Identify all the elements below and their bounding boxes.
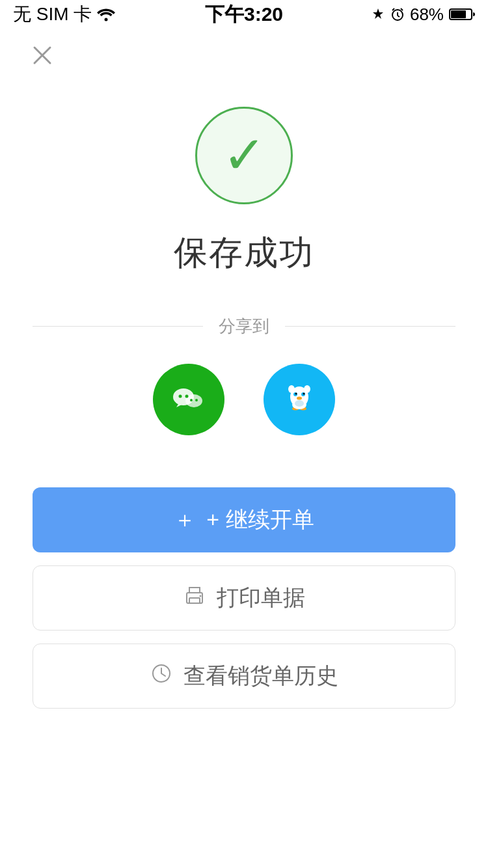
svg-point-0 [105,18,108,21]
print-label: 打印单据 [217,583,305,613]
svg-rect-7 [451,10,466,18]
svg-point-13 [185,395,189,398]
printer-icon [183,584,206,612]
history-icon [150,662,173,690]
buttons-section: ＋ + 继续开单 打印单据 查看销货单历 [0,487,488,709]
share-wechat-button[interactable] [153,364,224,435]
svg-point-26 [288,385,295,393]
checkmark-icon: ✓ [223,129,266,182]
close-icon [31,44,54,67]
svg-line-4 [392,8,394,10]
qq-logo-icon [278,379,320,420]
share-label: 分享到 [203,315,285,338]
divider-line-left [33,326,203,327]
status-bar: 无 SIM 卡 下午3:20 68% [0,0,488,29]
status-bar-left: 无 SIM 卡 [13,2,115,27]
status-bar-right: 68% [371,5,475,25]
history-button[interactable]: 查看销货单历史 [33,644,455,709]
svg-point-27 [304,385,310,393]
divider-line-right [285,326,455,327]
main-content: ✓ 保存成功 分享到 [0,29,488,709]
continue-label: + 继续开单 [206,505,314,535]
share-divider: 分享到 [0,315,488,338]
svg-rect-29 [189,598,200,603]
svg-point-15 [195,399,198,401]
share-icons [153,364,335,435]
history-label: 查看销货单历史 [183,661,338,691]
svg-point-12 [179,395,182,398]
plus-icon: ＋ [174,505,196,535]
status-bar-time: 下午3:20 [205,1,283,28]
svg-line-3 [398,16,400,17]
battery-icon [449,7,475,21]
success-title: 保存成功 [174,230,314,276]
alarm-icon [390,7,405,21]
svg-point-14 [190,399,193,401]
location-icon [371,7,385,21]
share-qq-button[interactable] [264,364,335,435]
success-circle: ✓ [195,107,293,204]
svg-point-30 [200,595,202,597]
continue-button[interactable]: ＋ + 继续开单 [33,487,455,552]
svg-line-5 [401,8,403,10]
svg-point-20 [303,393,305,395]
close-button[interactable] [26,39,59,72]
svg-point-19 [295,393,297,395]
svg-point-21 [297,397,302,400]
print-button[interactable]: 打印单据 [33,565,455,631]
wifi-icon [97,7,115,21]
no-sim-text: 无 SIM 卡 [13,2,92,27]
wechat-logo-icon [168,379,210,420]
svg-point-25 [295,400,304,407]
battery-text: 68% [410,5,444,25]
